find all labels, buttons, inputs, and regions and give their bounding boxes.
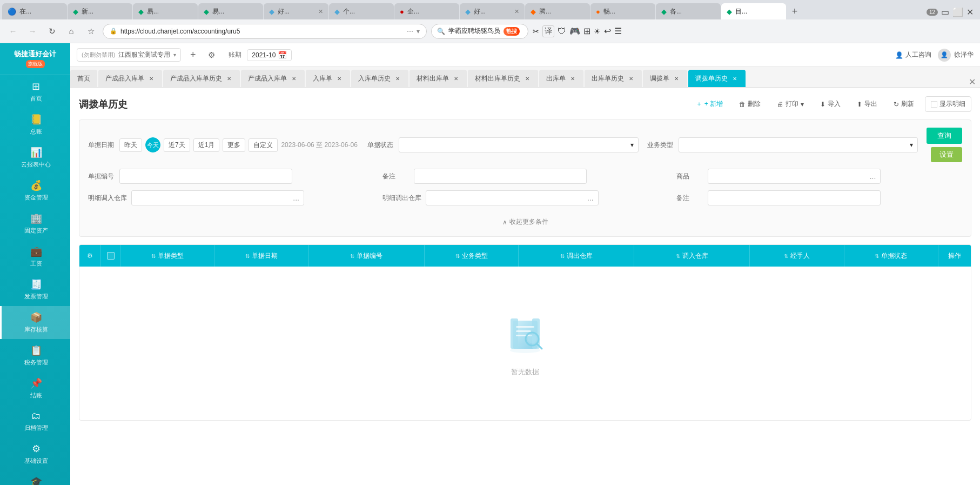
sidebar-item-archive[interactable]: 🗂 归档管理: [0, 405, 70, 437]
th-type[interactable]: ⇅ 单据类型: [120, 245, 214, 267]
page-tab-3[interactable]: 产成品入库单 ✕: [241, 70, 305, 87]
page-tab-10-close[interactable]: ✕: [673, 75, 680, 83]
sidebar-item-invoice[interactable]: 🧾 发票管理: [0, 273, 70, 306]
address-bar[interactable]: 🔒 https://cloud.chanjet.com/accounting/u…: [103, 24, 427, 39]
forward-button[interactable]: →: [25, 24, 40, 39]
bookmark-button[interactable]: ☆: [83, 24, 98, 39]
page-tab-3-close[interactable]: ✕: [290, 75, 298, 83]
browser-tab-6[interactable]: ◆ 个...: [329, 3, 394, 19]
page-tab-4-close[interactable]: ✕: [335, 75, 343, 83]
num-input[interactable]: [119, 169, 292, 184]
th-date[interactable]: ⇅ 单据日期: [214, 245, 308, 267]
goods-more-btn[interactable]: ...: [870, 172, 876, 181]
th-handler[interactable]: ⇅ 经手人: [750, 245, 844, 267]
date-custom-btn[interactable]: 自定义: [249, 138, 278, 152]
page-tab-home[interactable]: 首页: [70, 70, 97, 87]
th-num[interactable]: ⇅ 单据编号: [309, 245, 425, 267]
sidebar-item-capital[interactable]: 💰 资金管理: [0, 174, 70, 207]
browser-tab-12[interactable]: ◆ 目...: [721, 3, 786, 19]
collapse-button[interactable]: ∧ 收起更多条件: [500, 215, 551, 229]
browser-tab-8[interactable]: ◆ 好... ✕: [460, 3, 525, 19]
browser-tab-9[interactable]: ◆ 腾...: [525, 3, 590, 19]
browser-tab-5[interactable]: ◆ 好... ✕: [264, 3, 328, 19]
apps-icon[interactable]: ⊞: [583, 26, 590, 36]
sidebar-item-reports[interactable]: 📊 云报表中心: [0, 141, 70, 174]
brightness-icon[interactable]: ☀: [594, 27, 601, 36]
page-tab-2[interactable]: 产成品入库单历史 ✕: [163, 70, 240, 87]
browser-tab-11[interactable]: ◆ 各...: [656, 3, 721, 19]
date-1month-btn[interactable]: 近1月: [193, 138, 220, 152]
browser-tab-7[interactable]: ● 企...: [394, 3, 459, 19]
header-checkbox[interactable]: [107, 252, 115, 260]
th-in-wh[interactable]: ⇅ 调入仓库: [634, 245, 750, 267]
user-info[interactable]: 👤 徐泽华: [938, 49, 974, 62]
new-tab-button[interactable]: +: [787, 3, 803, 19]
biz-type-select[interactable]: ▾: [679, 137, 918, 152]
add-button[interactable]: ＋ + 新增: [690, 97, 728, 111]
date-more-btn[interactable]: 更多: [223, 138, 245, 152]
page-tab-1-close[interactable]: ✕: [147, 75, 155, 83]
address-expand-btn[interactable]: ⋯: [407, 28, 413, 35]
note-input[interactable]: [708, 190, 881, 205]
tab-close-8[interactable]: ✕: [514, 8, 519, 15]
scissors-icon[interactable]: ✂: [533, 27, 539, 36]
refresh-button[interactable]: ↻: [44, 24, 59, 39]
sidebar-item-tax[interactable]: 📋 税务管理: [0, 339, 70, 372]
home-button[interactable]: ⌂: [64, 24, 79, 39]
sidebar-item-settings[interactable]: ⚙ 基础设置: [0, 437, 70, 470]
th-status[interactable]: ⇅ 单据状态: [844, 245, 938, 267]
page-tab-8-close[interactable]: ✕: [569, 75, 576, 83]
detail-in-more-btn[interactable]: ...: [293, 194, 299, 202]
print-button[interactable]: 🖨 打印 ▾: [771, 97, 809, 111]
page-tab-5-close[interactable]: ✕: [394, 75, 401, 83]
page-tab-1[interactable]: 产成品入库单 ✕: [98, 70, 162, 87]
sidebar-item-home[interactable]: ⊞ 首页: [0, 75, 70, 108]
remark-input[interactable]: [414, 169, 587, 184]
browser-tab-4[interactable]: ◆ 易...: [198, 3, 263, 19]
import-button[interactable]: ⬇ 导入: [815, 97, 846, 111]
query-button[interactable]: 查询: [927, 128, 962, 144]
page-tab-7-close[interactable]: ✕: [523, 75, 531, 83]
page-tab-9-close[interactable]: ✕: [627, 75, 635, 83]
tab-close-5[interactable]: ✕: [318, 8, 323, 15]
th-settings[interactable]: ⚙: [79, 245, 101, 267]
detail-out-more-btn[interactable]: ...: [587, 194, 594, 202]
browser-tab-1[interactable]: 🔵 在...: [2, 3, 67, 19]
th-out-wh[interactable]: ⇅ 调出仓库: [519, 245, 634, 267]
company-selector[interactable]: (勿删勿禁用) 江西服宝测试专用 ▾: [77, 48, 181, 62]
window-close-btn[interactable]: ✕: [966, 7, 974, 17]
sidebar-item-payroll[interactable]: 💼 工资: [0, 240, 70, 273]
shield-icon[interactable]: 🛡: [558, 26, 566, 36]
company-settings-btn[interactable]: ⚙: [205, 49, 218, 62]
detail-in-wrap[interactable]: ...: [131, 190, 304, 205]
page-tab-8[interactable]: 出库单 ✕: [539, 70, 583, 87]
date-today-btn[interactable]: 今天: [145, 137, 160, 152]
page-tab-11[interactable]: 调拨单历史 ✕: [688, 70, 746, 87]
window-maximize-btn[interactable]: ⬜: [952, 7, 963, 17]
display-detail-button[interactable]: 显示明细: [925, 96, 971, 112]
th-checkbox[interactable]: [101, 245, 120, 267]
help-button[interactable]: 👤 人工咨询: [895, 50, 931, 59]
page-tab-9[interactable]: 出库单历史 ✕: [585, 70, 642, 87]
refresh-data-button[interactable]: ↻ 刷新: [888, 97, 919, 111]
address-dropdown-btn[interactable]: ▾: [417, 28, 420, 35]
date-7days-btn[interactable]: 近7天: [164, 138, 190, 152]
sidebar-item-ledger[interactable]: 📒 总账: [0, 108, 70, 141]
period-selector[interactable]: 2021-10 📅: [247, 49, 292, 61]
page-tab-6-close[interactable]: ✕: [452, 75, 460, 83]
back-button[interactable]: ←: [5, 24, 21, 39]
page-tab-2-close[interactable]: ✕: [225, 75, 233, 83]
translate-icon[interactable]: 译: [542, 25, 554, 37]
menu-icon[interactable]: ☰: [614, 26, 622, 36]
th-biz[interactable]: ⇅ 业务类型: [425, 245, 519, 267]
tab-close-all-btn[interactable]: ✕: [969, 77, 976, 87]
filter-settings-button[interactable]: 设置: [931, 147, 962, 162]
export-button[interactable]: ⬆ 导出: [851, 97, 883, 111]
delete-button[interactable]: 🗑 删除: [734, 97, 766, 111]
sidebar-item-closing[interactable]: 📌 结账: [0, 372, 70, 405]
sidebar-item-assets[interactable]: 🏢 固定资产: [0, 207, 70, 240]
goods-input-wrap[interactable]: ...: [708, 169, 881, 184]
date-yesterday-btn[interactable]: 昨天: [119, 138, 142, 152]
page-tab-10[interactable]: 调拨单 ✕: [643, 70, 687, 87]
sidebar-item-inventory[interactable]: 📦 库存核算: [0, 306, 70, 339]
